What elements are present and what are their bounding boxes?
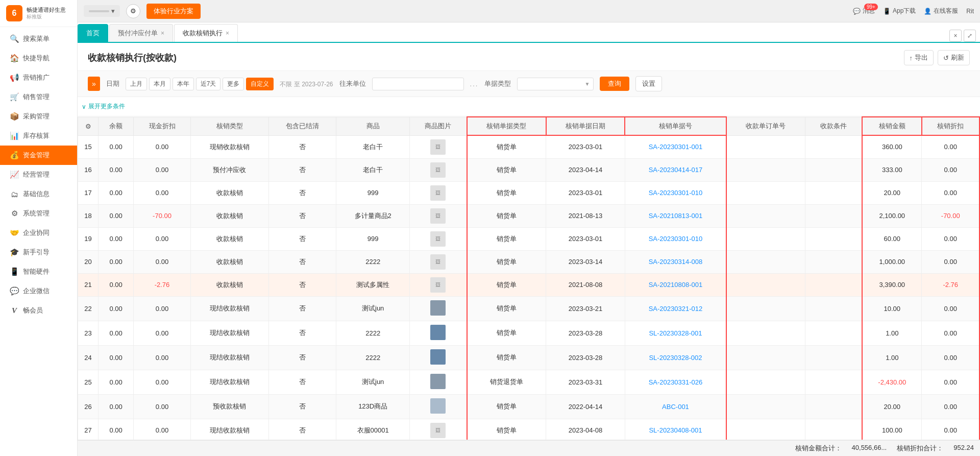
cell-cancel-voucher-no[interactable]: SA-20230314-008 bbox=[625, 250, 726, 273]
voucher-type-select[interactable] bbox=[517, 78, 594, 90]
cell-cancel-voucher-no[interactable]: SA-20210808-001 bbox=[625, 273, 726, 296]
cell-cancel-amount: 20.00 bbox=[862, 181, 922, 204]
cell-cancel-voucher-no[interactable]: SA-20230414-017 bbox=[625, 158, 726, 181]
column-settings-icon[interactable]: ⚙ bbox=[85, 123, 91, 130]
cell-cancel-voucher-date: 2023-03-21 bbox=[546, 296, 625, 321]
cell-include-settled: 否 bbox=[268, 250, 336, 273]
page-content: 收款核销执行(按收款) ↑ 导出 ↺ 刷新 » 日期 bbox=[78, 43, 980, 456]
sidebar-item-search[interactable]: 🔍 搜索菜单 bbox=[0, 29, 77, 49]
sidebar-item-inventory[interactable]: 📊 库存核算 bbox=[0, 126, 77, 146]
query-button[interactable]: 查询 bbox=[600, 77, 629, 91]
cell-cancel-voucher-no[interactable]: ABC-001 bbox=[625, 394, 726, 419]
date-btn-more[interactable]: 更多 bbox=[223, 78, 244, 90]
tab-prepay-close[interactable]: × bbox=[161, 30, 164, 37]
date-btn-this-year[interactable]: 本年 bbox=[173, 78, 194, 90]
voucher-no-link[interactable]: SA-20230414-017 bbox=[649, 166, 703, 174]
user-profile-button[interactable]: Rit bbox=[966, 8, 974, 15]
member-icon: V bbox=[10, 306, 19, 315]
cell-cancel-discount: -70.00 bbox=[922, 204, 979, 227]
cell-cancel-voucher-no[interactable]: SA-20230301-001 bbox=[625, 135, 726, 158]
table-container[interactable]: ⚙ 余额 现金折扣 核销类型 包含已结清 商品 商品图片 核销单据类型 核销单据… bbox=[78, 116, 980, 440]
voucher-no-link[interactable]: SA-20230301-001 bbox=[649, 143, 703, 151]
voucher-no-link[interactable]: SA-20210813-001 bbox=[649, 212, 703, 220]
sidebar-item-purchase[interactable]: 📦 采购管理 bbox=[0, 107, 77, 126]
sidebar-item-hardware[interactable]: 📱 智能硬件 bbox=[0, 262, 77, 281]
date-btn-7days[interactable]: 近7天 bbox=[196, 78, 221, 90]
tab-maximize-button[interactable]: ⤢ bbox=[964, 30, 976, 42]
cell-product-image: 🖼 bbox=[410, 204, 467, 227]
sidebar-item-finance[interactable]: 💰 资金管理 bbox=[0, 146, 77, 165]
col-cancel-voucher-date: 核销单据日期 bbox=[546, 117, 625, 135]
sidebar-item-member[interactable]: V 畅会员 bbox=[0, 301, 77, 320]
cell-receipt-condition bbox=[805, 250, 862, 273]
cell-product-image: 🖼 bbox=[410, 158, 467, 181]
col-settings[interactable]: ⚙ bbox=[78, 117, 99, 135]
filter-bar: » 日期 上月 本月 本年 近7天 更多 自定义 不限 至 2023-07-26… bbox=[78, 71, 980, 97]
tab-receipt-label: 收款核销执行 bbox=[183, 29, 223, 38]
cell-product-image bbox=[410, 321, 467, 345]
sidebar-item-wechat[interactable]: 💬 企业微信 bbox=[0, 281, 77, 301]
voucher-no-link[interactable]: SA-20230314-008 bbox=[649, 258, 703, 266]
counterpart-input[interactable] bbox=[372, 78, 464, 90]
sidebar-item-guide[interactable]: 🎓 新手引导 bbox=[0, 243, 77, 262]
settings-filter-button[interactable]: 设置 bbox=[635, 76, 662, 91]
voucher-no-link[interactable]: SA-20230301-010 bbox=[649, 189, 703, 197]
expand-more-conditions-button[interactable]: ∨ 展开更多条件 bbox=[78, 100, 129, 113]
tab-receipt[interactable]: 收款核销执行 × bbox=[174, 24, 238, 42]
sidebar-item-system[interactable]: ⚙ 系统管理 bbox=[0, 204, 77, 223]
date-btn-this-month[interactable]: 本月 bbox=[149, 78, 170, 90]
cell-include-settled: 否 bbox=[268, 345, 336, 370]
cell-cancel-voucher-no[interactable]: SA-20210813-001 bbox=[625, 204, 726, 227]
tab-close-all-button[interactable]: × bbox=[949, 30, 962, 42]
cell-cash-discount: 0.00 bbox=[134, 370, 190, 394]
cell-cancel-amount: 100.00 bbox=[862, 419, 922, 440]
sidebar-item-sales[interactable]: 🛒 销售管理 bbox=[0, 87, 77, 107]
sidebar-item-operations[interactable]: 📈 经营管理 bbox=[0, 165, 77, 184]
date-btn-last-month[interactable]: 上月 bbox=[126, 78, 147, 90]
tab-home[interactable]: 首页 bbox=[78, 24, 108, 42]
voucher-no-link[interactable]: SL-20230328-002 bbox=[649, 354, 702, 362]
cell-balance: 0.00 bbox=[99, 321, 134, 345]
cell-cancel-voucher-no[interactable]: SL-20230328-001 bbox=[625, 321, 726, 345]
app-download-button[interactable]: 📱 App下载 bbox=[883, 7, 916, 15]
company-selector[interactable]: ▾ bbox=[84, 5, 120, 17]
cell-cancel-type: 现结收款核销 bbox=[190, 419, 268, 440]
sidebar-item-label: 新手引导 bbox=[23, 248, 50, 257]
cell-cancel-amount: 10.00 bbox=[862, 296, 922, 321]
export-button[interactable]: ↑ 导出 bbox=[904, 50, 934, 65]
refresh-button[interactable]: ↺ 刷新 bbox=[938, 50, 970, 65]
cell-include-settled: 否 bbox=[268, 370, 336, 394]
date-btn-custom[interactable]: 自定义 bbox=[246, 78, 274, 90]
cell-cancel-voucher-date: 2023-03-01 bbox=[546, 135, 625, 158]
cell-cancel-type: 预付冲应收 bbox=[190, 158, 268, 181]
trial-industry-button[interactable]: 体验行业方案 bbox=[146, 4, 201, 19]
cell-cancel-voucher-no[interactable]: SA-20230301-010 bbox=[625, 181, 726, 204]
table-row: 20 0.00 0.00 收款核销 否 2222 🖼 销货单 2023-03-1… bbox=[78, 250, 980, 273]
sidebar-item-enterprise[interactable]: 🤝 企业协同 bbox=[0, 223, 77, 243]
voucher-no-link[interactable]: SA-20230321-012 bbox=[649, 305, 703, 313]
tab-receipt-close[interactable]: × bbox=[226, 30, 229, 37]
online-service-button[interactable]: 👤 在线客服 bbox=[924, 7, 958, 15]
cell-cancel-voucher-no[interactable]: SL-20230328-002 bbox=[625, 345, 726, 370]
cell-receipt-order-no bbox=[726, 250, 805, 273]
message-button[interactable]: 💬 消息 99+ bbox=[853, 7, 875, 15]
cell-cancel-voucher-no[interactable]: SA-20230331-026 bbox=[625, 370, 726, 394]
cell-cancel-voucher-date: 2023-04-14 bbox=[546, 158, 625, 181]
cell-cancel-voucher-no[interactable]: SA-20230321-012 bbox=[625, 296, 726, 321]
voucher-no-link[interactable]: SA-20230331-026 bbox=[649, 378, 703, 386]
voucher-no-link[interactable]: SA-20230301-010 bbox=[649, 235, 703, 243]
voucher-no-link[interactable]: SA-20210808-001 bbox=[649, 281, 703, 289]
tab-prepay[interactable]: 预付冲应付单 × bbox=[109, 24, 173, 42]
sidebar-item-quicknav[interactable]: 🏠 快捷导航 bbox=[0, 49, 77, 68]
sidebar-item-basic[interactable]: 🗂 基础信息 bbox=[0, 184, 77, 204]
voucher-no-link[interactable]: SL-20230408-001 bbox=[649, 426, 702, 434]
voucher-no-link[interactable]: SL-20230328-001 bbox=[649, 329, 702, 337]
cell-product-image: 🖼 bbox=[410, 227, 467, 250]
cell-receipt-condition bbox=[805, 204, 862, 227]
collapse-filter-button[interactable]: » bbox=[88, 77, 100, 91]
sidebar-item-marketing[interactable]: 📢 营销推广 bbox=[0, 68, 77, 87]
cell-cancel-voucher-no[interactable]: SA-20230301-010 bbox=[625, 227, 726, 250]
voucher-no-link[interactable]: ABC-001 bbox=[662, 403, 689, 411]
cell-cancel-voucher-no[interactable]: SL-20230408-001 bbox=[625, 419, 726, 440]
settings-button[interactable]: ⚙ bbox=[126, 4, 140, 18]
